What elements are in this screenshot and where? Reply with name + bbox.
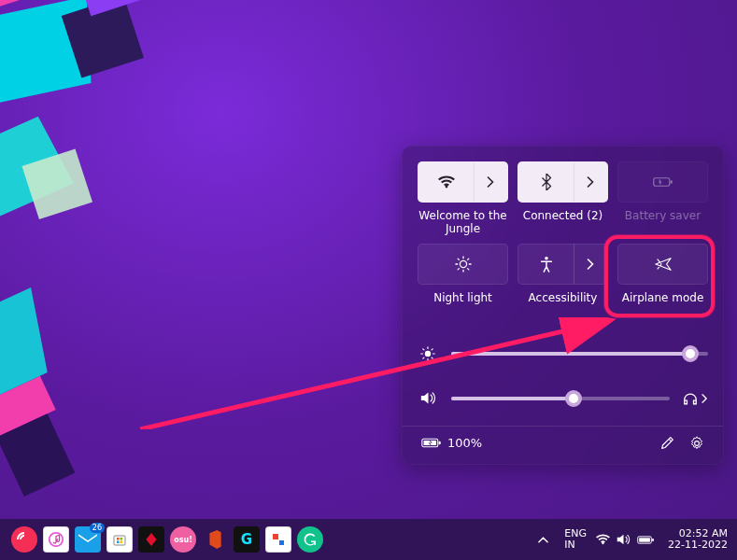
accessibility-icon[interactable] — [518, 245, 574, 284]
battery-saver-label: Battery saver — [625, 209, 701, 235]
volume-tray-icon — [617, 534, 631, 545]
taskbar-app-logitech-g[interactable]: G — [234, 526, 260, 553]
svg-rect-15 — [120, 538, 123, 540]
brightness-icon — [418, 346, 438, 361]
language-switcher[interactable]: ENG IN — [564, 528, 587, 551]
chevron-right-icon — [702, 394, 708, 403]
lang-secondary: IN — [564, 539, 587, 551]
wallpaper-art-top — [0, 0, 267, 252]
annotation-highlight — [604, 235, 715, 317]
taskbar-app-office[interactable] — [202, 526, 228, 553]
tile-accessibility: Accessibility — [517, 244, 608, 317]
taskbar-app-mail[interactable]: 26 — [75, 526, 101, 553]
svg-rect-1 — [670, 180, 672, 183]
night-light-icon — [455, 256, 472, 273]
quick-settings-button[interactable] — [596, 534, 655, 545]
volume-row — [418, 383, 708, 414]
svg-rect-13 — [114, 536, 125, 545]
svg-rect-23 — [652, 539, 654, 541]
taskbar-app-osu[interactable]: osu! — [170, 526, 196, 553]
wallpaper-art-mid — [0, 248, 186, 480]
svg-rect-22 — [639, 538, 650, 541]
bluetooth-toggle[interactable] — [517, 161, 608, 203]
taskbar-app-microsoft-store[interactable] — [106, 526, 133, 553]
wifi-label: Welcome to the Jungle — [418, 209, 508, 236]
svg-rect-12 — [78, 532, 97, 547]
svg-point-2 — [460, 260, 466, 267]
night-light-label: Night light — [433, 291, 492, 317]
svg-rect-0 — [653, 178, 669, 186]
svg-point-8 — [695, 441, 700, 445]
panel-footer: 100% — [418, 427, 708, 456]
tray-overflow-button[interactable] — [538, 536, 555, 543]
taskbar-pinned-apps: 26osu!G — [11, 526, 323, 553]
svg-rect-17 — [120, 541, 123, 544]
tile-battery-saver: Battery saver — [617, 161, 708, 236]
wifi-expand[interactable] — [474, 162, 507, 202]
tile-wifi: Welcome to the Jungle — [418, 161, 508, 236]
svg-rect-16 — [117, 541, 120, 544]
taskbar-app-omen[interactable] — [138, 526, 164, 553]
wifi-toggle[interactable] — [418, 161, 508, 203]
battery-tray-icon — [637, 535, 655, 545]
taskbar-app-itunes[interactable] — [43, 526, 69, 553]
wifi-tray-icon — [596, 534, 610, 545]
brightness-slider[interactable] — [451, 352, 708, 356]
bluetooth-expand[interactable] — [574, 162, 607, 202]
svg-rect-7 — [439, 441, 441, 444]
open-settings-button[interactable] — [689, 436, 704, 451]
system-tray: ENG IN 02:52 AM 22-11-2022 — [538, 528, 731, 551]
svg-point-3 — [545, 257, 548, 260]
svg-rect-14 — [117, 538, 120, 540]
battery-saver-toggle[interactable] — [617, 161, 708, 203]
gear-icon — [689, 436, 704, 451]
night-light-toggle[interactable] — [418, 244, 508, 285]
accessibility-label: Accessibility — [529, 291, 598, 317]
brightness-row — [418, 338, 708, 370]
battery-icon — [421, 437, 442, 449]
accessibility-toggle[interactable] — [517, 244, 608, 285]
battery-saver-icon — [653, 175, 673, 189]
clock-button[interactable]: 02:52 AM 22-11-2022 — [668, 528, 728, 551]
taskbar-app-pocket-casts[interactable] — [11, 526, 37, 553]
accessibility-expand[interactable] — [574, 245, 607, 284]
wifi-icon[interactable] — [418, 162, 474, 202]
svg-point-4 — [425, 351, 431, 357]
pencil-icon — [660, 436, 674, 450]
tile-night-light: Night light — [418, 244, 508, 317]
edit-quick-settings-button[interactable] — [660, 436, 674, 450]
chevron-up-icon — [538, 536, 548, 543]
headphones-icon — [683, 391, 698, 405]
taskbar-app-notes[interactable] — [265, 526, 291, 553]
battery-status[interactable]: 100% — [421, 436, 482, 450]
taskbar: 26osu!G ENG IN 02:52 AM 22-11-2022 — [0, 519, 737, 560]
audio-output-button[interactable] — [683, 391, 708, 405]
taskbar-app-grammarly[interactable] — [297, 526, 323, 553]
svg-rect-20 — [279, 540, 284, 545]
tile-bluetooth: Connected (2) — [517, 161, 608, 236]
date-text: 22-11-2022 — [668, 539, 728, 551]
volume-icon — [418, 391, 438, 405]
volume-slider[interactable] — [451, 397, 670, 400]
battery-percent: 100% — [447, 436, 482, 450]
bluetooth-label: Connected (2) — [523, 209, 602, 235]
bluetooth-icon[interactable] — [518, 162, 574, 202]
svg-rect-19 — [273, 534, 278, 539]
